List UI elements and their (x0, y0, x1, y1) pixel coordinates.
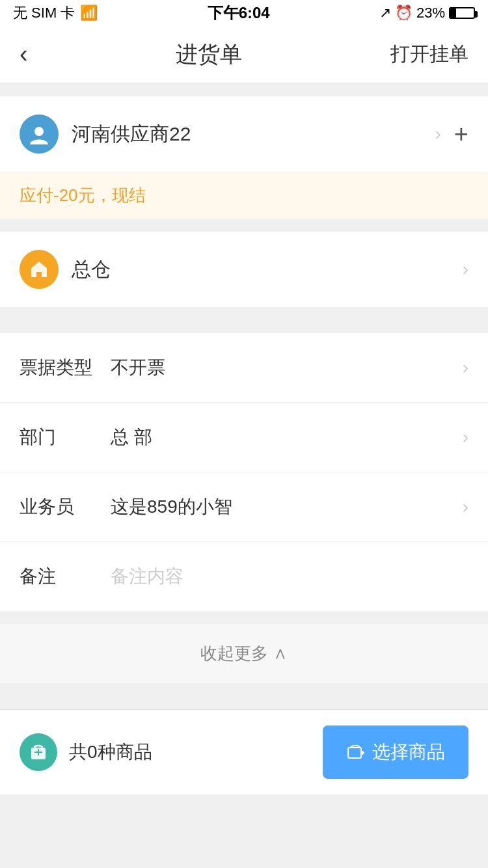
page-title: 进货单 (176, 40, 242, 70)
department-row[interactable]: 部门 总 部 › (0, 403, 488, 472)
separator-3 (0, 307, 488, 320)
remark-row[interactable]: 备注 备注内容 (0, 542, 488, 611)
select-goods-icon (346, 742, 366, 762)
separator-2 (0, 219, 488, 232)
salesperson-value: 这是859的小智 (111, 495, 463, 519)
select-goods-button[interactable]: 选择商品 (323, 726, 468, 779)
nav-bar: ‹ 进货单 打开挂单 (0, 26, 488, 83)
salesperson-label: 业务员 (20, 495, 98, 519)
warehouse-row[interactable]: 总仓 › (0, 232, 488, 307)
wifi-icon: 📶 (80, 5, 98, 21)
remark-label: 备注 (20, 564, 98, 589)
separator-1 (0, 83, 488, 96)
goods-icon (20, 733, 57, 771)
status-bar: 无 SIM 卡 📶 下午6:04 ↗ ⏰ 23% (0, 0, 488, 26)
select-goods-label: 选择商品 (372, 740, 445, 765)
payment-notice: 应付-20元，现结 (0, 172, 488, 219)
alarm-icon: ⏰ (395, 5, 413, 21)
battery-text: 23% (416, 5, 445, 21)
goods-bottom-bar: 共0种商品 选择商品 (0, 709, 488, 794)
open-pending-button[interactable]: 打开挂单 (390, 41, 468, 68)
department-label: 部门 (20, 425, 98, 450)
department-value: 总 部 (111, 425, 463, 450)
svg-rect-1 (36, 272, 42, 277)
collapse-button[interactable]: 收起更多 ∧ (0, 624, 488, 683)
supplier-section: 河南供应商22 › + 应付-20元，现结 (0, 96, 488, 219)
back-button[interactable]: ‹ (20, 40, 28, 68)
invoice-type-value: 不开票 (111, 355, 463, 380)
separator-4 (0, 683, 488, 696)
salesperson-arrow-icon: › (463, 496, 468, 517)
goods-count-label: 共0种商品 (69, 740, 323, 765)
invoice-type-row[interactable]: 票据类型 不开票 › (0, 333, 488, 403)
invoice-type-arrow-icon: › (463, 357, 468, 378)
remark-input[interactable]: 备注内容 (111, 564, 468, 589)
svg-point-0 (34, 127, 44, 136)
form-section: 票据类型 不开票 › 部门 总 部 › 业务员 这是859的小智 › 备注 备注… (0, 333, 488, 611)
status-right: ↗ ⏰ 23% (379, 5, 475, 21)
page-background (0, 794, 488, 868)
status-time: 下午6:04 (208, 3, 270, 23)
warehouse-arrow-icon: › (463, 259, 468, 280)
supplier-name: 河南供应商22 (72, 121, 435, 148)
supplier-avatar (20, 115, 59, 154)
location-icon: ↗ (379, 5, 391, 21)
salesperson-row[interactable]: 业务员 这是859的小智 › (0, 472, 488, 542)
warehouse-section: 总仓 › (0, 232, 488, 307)
add-supplier-button[interactable]: + (454, 120, 468, 148)
warehouse-icon (20, 250, 59, 289)
status-left: 无 SIM 卡 📶 (13, 3, 98, 23)
department-arrow-icon: › (463, 427, 468, 448)
svg-rect-5 (348, 748, 361, 758)
supplier-row[interactable]: 河南供应商22 › + (0, 96, 488, 172)
collapse-label: 收起更多 ∧ (200, 642, 287, 665)
invoice-type-label: 票据类型 (20, 355, 98, 380)
warehouse-name: 总仓 (72, 256, 463, 283)
battery-icon (449, 7, 475, 19)
carrier-text: 无 SIM 卡 (13, 3, 75, 23)
supplier-arrow-icon: › (435, 124, 441, 144)
